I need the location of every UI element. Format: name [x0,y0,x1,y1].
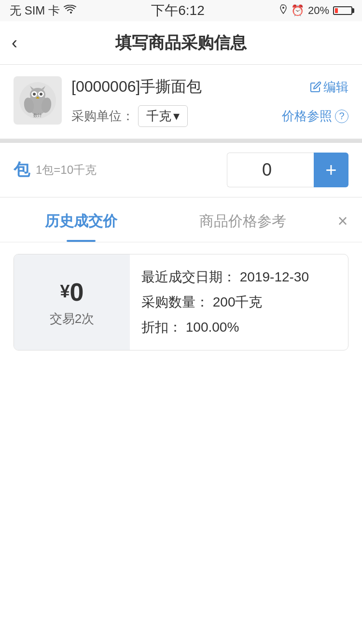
purchase-quantity-label: 采购数量： [141,294,209,309]
tab-product-label: 商品价格参考 [199,213,286,229]
unit-box-label: 包 [14,159,30,181]
tab-history-price[interactable]: 历史成交价 [0,198,162,242]
back-button[interactable]: ‹ [12,33,17,53]
panel-close-button[interactable]: × [323,197,362,242]
quantity-input[interactable] [227,153,314,187]
unit-value: 千克 [146,108,171,125]
product-name: [0000006]手撕面包 [71,76,202,98]
purchase-quantity-row: 采购数量： 200千克 [141,293,336,311]
tab-row: 历史成交价 商品价格参考 × [0,197,362,242]
edit-label: 编辑 [323,79,348,96]
alarm-icon: ⏰ [291,4,304,17]
transaction-count: 交易2次 [50,310,94,327]
recent-date-label: 最近成交日期： [141,269,236,284]
price-panel: 历史成交价 商品价格参考 × ¥0 交易2次 最近成交日期： 2019-12-3… [0,197,362,362]
page-title: 填写商品采购信息 [115,32,247,54]
main-content-area [0,362,362,644]
section-divider [0,139,362,143]
edit-button[interactable]: 编辑 [310,79,348,96]
product-image: 数计 [14,76,62,125]
status-time: 下午6:12 [151,1,205,20]
unit-conversion: 1包=10千克 [36,162,97,178]
help-icon: ? [335,110,348,123]
svg-point-9 [40,93,42,96]
tab-history-label: 历史成交价 [45,213,117,229]
unit-label: 采购单位： 千克 ▾ [71,105,188,127]
battery-percent: 20% [308,4,329,17]
product-info: [0000006]手撕面包 编辑 采购单位： 千克 ▾ 价格参照 ? [71,76,348,127]
status-left: 无 SIM 卡 [10,3,76,18]
nav-bar: ‹ 填写商品采购信息 [0,21,362,65]
discount-label: 折扣： [141,320,182,335]
discount-row: 折扣： 100.00% [141,318,336,336]
svg-point-8 [33,93,36,96]
svg-text:数计: 数计 [33,113,42,118]
dropdown-icon: ▾ [173,109,180,124]
carrier-text: 无 SIM 卡 [10,3,60,18]
price-ref-button[interactable]: 价格参照 ? [282,108,348,125]
product-header: [0000006]手撕面包 编辑 [71,76,348,98]
quantity-unit-info: 包 1包=10千克 [14,159,97,181]
quantity-input-area[interactable]: + [227,153,348,187]
price-value: 0 [70,278,84,306]
unit-prefix: 采购单位： [71,108,134,125]
location-icon [279,4,287,17]
transaction-list: ¥0 交易2次 最近成交日期： 2019-12-30 采购数量： 200千克 折… [0,242,362,362]
tab-product-price[interactable]: 商品价格参考 [162,198,323,242]
status-bar: 无 SIM 卡 下午6:12 ⏰ 20% [0,0,362,21]
recent-date-value: 2019-12-30 [240,269,309,284]
product-card: 数计 [0000006]手撕面包 编辑 采购单位： 千克 ▾ [0,65,362,139]
price-ref-label: 价格参照 [282,108,332,125]
purchase-quantity-value: 200千克 [213,294,263,309]
recent-date-row: 最近成交日期： 2019-12-30 [141,268,336,286]
quantity-row: 包 1包=10千克 + [0,143,362,197]
quantity-plus-button[interactable]: + [314,153,348,187]
status-right: ⏰ 20% [279,4,352,17]
transaction-details: 最近成交日期： 2019-12-30 采购数量： 200千克 折扣： 100.0… [130,254,348,350]
discount-value: 100.00% [186,320,239,335]
transaction-summary: ¥0 交易2次 [14,254,130,350]
wifi-icon [64,4,76,17]
svg-point-0 [282,7,284,9]
price-symbol: ¥ [60,281,70,302]
transaction-price: ¥0 [60,278,84,307]
transaction-card: ¥0 交易2次 最近成交日期： 2019-12-30 采购数量： 200千克 折… [14,254,348,350]
battery-icon [333,6,352,15]
product-unit-row: 采购单位： 千克 ▾ 价格参照 ? [71,105,348,127]
unit-select[interactable]: 千克 ▾ [138,105,188,127]
